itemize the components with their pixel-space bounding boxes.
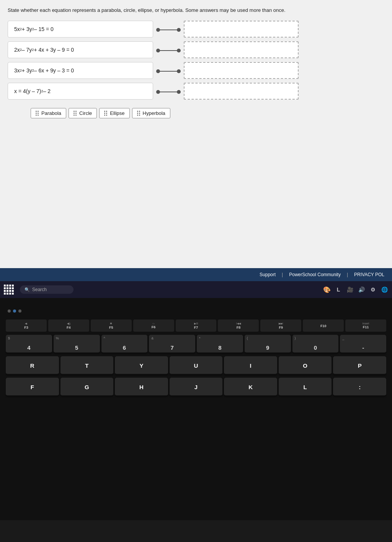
equation-3[interactable]: 3x2 + 3y2 – 6x + 9y – 3 = 0 (8, 62, 153, 79)
key-5-main: 5 (75, 344, 78, 351)
taskbar-icon-paint[interactable]: 🎨 (323, 286, 331, 293)
key-8[interactable]: * 8 (197, 335, 243, 353)
key-f5[interactable]: ✱ F5 (91, 319, 132, 332)
key-o-label: O (303, 362, 307, 369)
drag-dots-ellipse (104, 111, 107, 116)
key-6[interactable]: ^ 6 (101, 335, 148, 353)
key-f8[interactable]: I◀◀ F8 (218, 319, 259, 332)
answer-drop-3[interactable] (184, 62, 299, 79)
taskbar-icon-browser[interactable]: 🌐 (381, 286, 388, 293)
key-f7-main: F7 (194, 326, 198, 329)
key-colon[interactable]: : (333, 378, 386, 396)
key-f3-top: ◀- (25, 322, 28, 325)
connector-2 (157, 42, 180, 59)
chip-ellipse[interactable]: Ellipse (99, 108, 129, 118)
key-f10-main: F10 (320, 324, 327, 328)
key-g-label: G (85, 384, 89, 390)
key-f3[interactable]: ◀- F3 (6, 319, 47, 332)
taskbar-icons: 🎨 L 🎥 🔊 ⚙ 🌐 (323, 286, 388, 293)
key-p[interactable]: P (333, 356, 386, 375)
key-f11-top: Insert (363, 322, 369, 325)
key-5-shift: % (56, 336, 59, 340)
key-6-shift: ^ (104, 336, 105, 340)
key-o[interactable]: O (279, 356, 332, 375)
key-7-shift: & (151, 336, 154, 340)
key-j-label: J (194, 384, 198, 390)
letter-row-rp: R T Y U I O P (4, 356, 388, 375)
matching-activity: 5x2 + 3y2 – 15 = 0 2x2 – 7y2 + 4x + 3y –… (8, 21, 384, 100)
footer-support[interactable]: Support (260, 272, 276, 277)
key-4-shift: $ (8, 336, 10, 340)
key-t[interactable]: T (60, 356, 114, 375)
taskbar-icon-video[interactable]: 🎥 (346, 286, 354, 293)
key-l[interactable]: L (279, 378, 332, 396)
key-f11[interactable]: Insert F11 (345, 319, 386, 332)
key-f6-top: ○- (152, 322, 155, 325)
key-f-label: F (31, 384, 34, 390)
connectors-column (153, 21, 184, 100)
key-f11-main: F11 (363, 325, 369, 329)
taskbar-icon-l[interactable]: L (335, 286, 342, 293)
key-9-main: 9 (266, 344, 269, 351)
status-dot-1 (8, 309, 11, 313)
key-9-shift: ( (247, 336, 248, 340)
key-r[interactable]: R (6, 356, 59, 375)
answer-drop-4[interactable] (184, 83, 299, 100)
chip-parabola-label: Parabola (41, 110, 61, 116)
footer-sep1: | (282, 272, 283, 277)
key-minus[interactable]: _ - (340, 335, 386, 353)
key-j[interactable]: J (170, 378, 223, 396)
fn-key-row: ◀- F3 ◀)) F4 ✱ F5 ○- F6 ▶/II F7 I◀◀ F8 ▶… (4, 319, 388, 332)
key-g[interactable]: G (60, 378, 114, 396)
chip-parabola[interactable]: Parabola (31, 108, 66, 118)
key-f4[interactable]: ◀)) F4 (48, 319, 89, 332)
key-f[interactable]: F (6, 378, 59, 396)
key-p-label: P (358, 362, 362, 369)
taskbar-search-box[interactable]: 🔍 Search (20, 285, 74, 294)
status-dots (8, 309, 388, 313)
answer-drop-2[interactable] (184, 41, 299, 58)
keyboard-area: ◀- F3 ◀)) F4 ✱ F5 ○- F6 ▶/II F7 I◀◀ F8 ▶… (0, 298, 392, 520)
key-minus-main: - (362, 344, 364, 351)
key-r-label: R (30, 362, 34, 369)
taskbar-icon-settings[interactable]: ⚙ (369, 286, 377, 293)
key-f9-main: F9 (279, 326, 283, 329)
footer-privacy[interactable]: PRIVACY POL (354, 272, 384, 277)
key-colon-label: : (359, 384, 361, 390)
key-k[interactable]: K (224, 378, 277, 396)
key-i[interactable]: I (224, 356, 277, 375)
answer-drop-1[interactable] (184, 21, 299, 38)
key-7[interactable]: & 7 (149, 335, 195, 353)
key-h[interactable]: H (115, 378, 168, 396)
taskbar-icon-volume[interactable]: 🔊 (358, 286, 365, 293)
key-f7[interactable]: ▶/II F7 (176, 319, 217, 332)
key-f9[interactable]: ▶▶I F9 (260, 319, 301, 332)
key-y[interactable]: Y (115, 356, 168, 375)
chip-hyperbola-label: Hyperbola (143, 110, 165, 116)
connector-1 (157, 21, 180, 38)
footer-community[interactable]: PowerSchool Community (289, 272, 341, 277)
key-9[interactable]: ( 9 (245, 335, 291, 353)
key-f7-top: ▶/II (194, 322, 198, 325)
connector-4 (157, 84, 180, 100)
taskbar: 🔍 Search 🎨 L 🎥 🔊 ⚙ 🌐 (0, 281, 392, 298)
key-f10[interactable]: F10 (303, 319, 344, 332)
key-f9-top: ▶▶I (279, 322, 283, 325)
equations-column: 5x2 + 3y2 – 15 = 0 2x2 – 7y2 + 4x + 3y –… (8, 21, 153, 100)
key-f5-top: ✱ (110, 322, 112, 325)
key-u[interactable]: U (170, 356, 223, 375)
key-4[interactable]: $ 4 (6, 335, 52, 353)
key-f6[interactable]: ○- F6 (133, 319, 174, 332)
equation-4[interactable]: x = 4(y – 7)2 – 2 (8, 83, 153, 100)
key-5[interactable]: % 5 (54, 335, 100, 353)
start-button[interactable] (4, 285, 14, 295)
key-0[interactable]: ) 0 (292, 335, 339, 353)
equation-2[interactable]: 2x2 – 7y2 + 4x + 3y – 9 = 0 (8, 41, 153, 58)
answer-options: Parabola Circle Ellipse Hyper (31, 108, 384, 118)
chip-hyperbola[interactable]: Hyperbola (132, 108, 170, 118)
key-t-label: T (85, 362, 88, 369)
key-f4-main: F4 (67, 326, 71, 329)
chip-circle[interactable]: Circle (69, 108, 97, 118)
equation-1[interactable]: 5x2 + 3y2 – 15 = 0 (8, 21, 153, 38)
answers-column (184, 21, 299, 100)
